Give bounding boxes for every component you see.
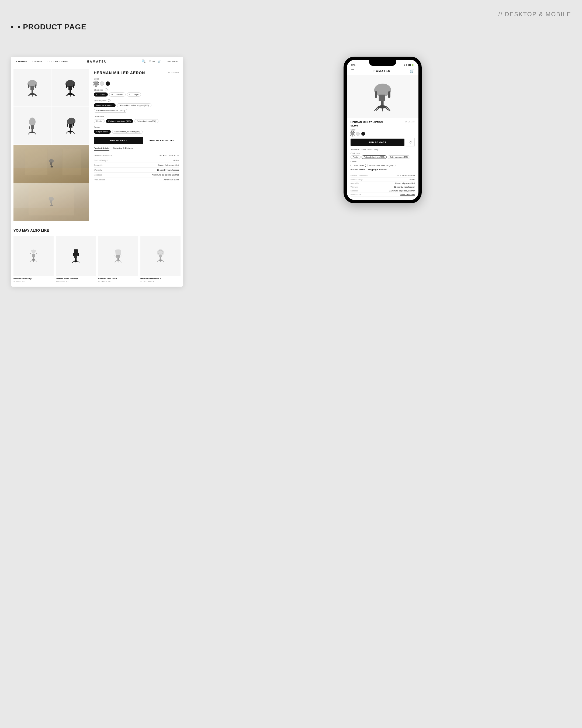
svg-line-79	[157, 260, 159, 262]
ymal-section: YOU MAY ALSO LIKE	[11, 224, 183, 287]
back-support-posturefit[interactable]: Adjustable PostureFit SL ($100)	[94, 109, 127, 113]
svg-rect-57	[73, 253, 74, 256]
phone-color-gray[interactable]	[351, 132, 354, 136]
base-plastic[interactable]: Plastic	[94, 119, 105, 123]
svg-rect-83	[379, 95, 385, 101]
phone-color-label: Color	[351, 129, 415, 131]
product-area: HERMAN MILLER AERON ID: CH1964 Color Cha…	[11, 66, 183, 224]
add-to-favorites-button[interactable]: ADD TO FAVORITES	[145, 137, 179, 144]
phone-base-polished[interactable]: Polished aluminum ($60)	[362, 155, 387, 159]
cart-count[interactable]: 🛒 · 0	[158, 60, 164, 63]
svg-rect-31	[69, 124, 73, 128]
svg-rect-44	[50, 200, 52, 203]
ymal-price-fern: $1,195 - $1,245	[98, 280, 138, 282]
base-satin[interactable]: Satin aluminum ($70)	[135, 119, 159, 123]
gallery-item-2[interactable]	[52, 69, 89, 106]
svg-line-70	[120, 261, 122, 262]
svg-rect-74	[159, 255, 162, 257]
spec-weight: Product Weight 41 lbs	[94, 158, 179, 163]
phone-product-img	[347, 75, 418, 118]
phone-base-plastic[interactable]: Plastic	[351, 155, 361, 159]
nav-collections[interactable]: COLLECTIONS	[48, 60, 68, 63]
profile-link[interactable]: PROFILE	[167, 60, 178, 63]
gallery-item-3[interactable]	[13, 107, 51, 145]
back-support-basic[interactable]: Basic back support	[94, 103, 116, 107]
svg-point-22	[29, 118, 35, 126]
phone-hamburger-icon[interactable]: ☰	[351, 69, 355, 73]
back-support-options: Basic back support Adjustable Lumbar sup…	[94, 103, 179, 113]
annotation-bar: • • PRODUCT PAGE // DESKTOP & MOBILE	[0, 0, 582, 54]
phone-cart-icon[interactable]: 🛒	[410, 69, 414, 73]
color-option-black[interactable]	[106, 81, 110, 86]
phone-tab-shipping[interactable]: Shipping & Returns	[368, 168, 387, 172]
tab-shipping-returns[interactable]: Shipping & Returns	[113, 147, 133, 151]
size-medium[interactable]: B — medium	[109, 93, 126, 97]
svg-rect-24	[29, 126, 30, 129]
phone-product-title: HERMAN MILLER AERON	[351, 121, 383, 124]
svg-rect-34	[70, 128, 71, 131]
ymal-item-mirra[interactable]: Herman Miller Mirra 2 $1,045 - $1,075	[140, 236, 181, 282]
phone-color-options	[351, 132, 415, 136]
gallery-item-room-2[interactable]	[13, 183, 89, 221]
desktop-mockup: CHAIRS DESKS COLLECTIONS HAMATSU 🔍 ♡ · 0…	[11, 57, 183, 287]
gallery-item-4[interactable]	[52, 107, 89, 145]
favorites-count[interactable]: ♡ · 0	[149, 60, 155, 63]
phone-cta-row: ADD TO CART ♡	[351, 138, 415, 147]
add-to-cart-button[interactable]: ADD TO CART	[94, 137, 143, 144]
caster-carpet[interactable]: Carpet caster	[94, 130, 111, 134]
phone-frame: 9:41 ▲▲ ⬛ 🔋 ☰ HAMATSU 🛒	[343, 57, 422, 203]
phone-tab-details[interactable]: Product details	[351, 168, 365, 172]
ymal-item-fern[interactable]: Haworth Fern Mesh $1,195 - $1,245	[98, 236, 138, 282]
nav-chairs[interactable]: CHAIRS	[16, 60, 27, 63]
phone-chair-image	[366, 80, 399, 113]
svg-line-80	[163, 260, 164, 262]
phone-color-black[interactable]	[361, 132, 365, 136]
back-support-info-icon[interactable]: i	[108, 99, 110, 102]
ymal-price-embody: $1,830 - $2,305	[56, 280, 96, 282]
gallery-item-room-1[interactable]	[13, 145, 89, 183]
main-wrapper: CHAIRS DESKS COLLECTIONS HAMATSU 🔍 ♡ · 0…	[11, 57, 571, 287]
base-polished[interactable]: Polished aluminum ($60)	[106, 119, 133, 123]
phone-chair-base-label: Chair base	[351, 152, 415, 155]
phone-status-icons: ▲▲ ⬛ 🔋	[404, 63, 414, 66]
svg-rect-56	[74, 256, 77, 258]
phone-caster-multi[interactable]: Multi-surface, quite roll ($55)	[367, 164, 395, 167]
back-support-lumbar[interactable]: Adjustable Lumbar support ($80)	[117, 103, 151, 107]
phone-favorites-button[interactable]: ♡	[406, 138, 415, 147]
color-option-gray[interactable]	[94, 81, 98, 86]
svg-rect-25	[31, 129, 33, 132]
nav-logo[interactable]: HAMATSU	[87, 60, 107, 63]
bullet-icon: •	[11, 23, 14, 31]
chair-base-label: Chair base	[94, 115, 179, 118]
ymal-item-sayl[interactable]: Herman Miller Sayl $750 - $1,400	[13, 236, 54, 282]
phone-add-to-cart-button[interactable]: ADD TO CART	[351, 138, 405, 146]
nav-desks[interactable]: DESKS	[33, 60, 42, 63]
gallery-grid	[13, 69, 89, 221]
caster-multi[interactable]: Multi-surface, quite roll ($55)	[112, 130, 142, 134]
size-large[interactable]: C — large	[127, 93, 141, 97]
ymal-item-embody[interactable]: Herman Miller Embody $1,830 - $2,305	[56, 236, 96, 282]
svg-line-49	[35, 253, 37, 254]
svg-rect-13	[66, 84, 67, 88]
phone-caster-options: Carpet caster Multi-surface, quite roll …	[351, 164, 415, 167]
cta-row: ADD TO CART ADD TO FAVORITES	[94, 137, 179, 144]
mirra-chair-image	[153, 248, 168, 263]
size-small[interactable]: A — small	[94, 93, 108, 97]
search-icon[interactable]: 🔍	[141, 59, 146, 63]
chair-base-options: Plastic Polished aluminum ($60) Satin al…	[94, 119, 179, 123]
size-info-icon[interactable]: i	[105, 88, 108, 91]
phone-spec-materials: Materials Aluminum, 8Z pellicle, Leather	[351, 189, 415, 193]
gallery-item-1[interactable]	[13, 69, 51, 106]
phone-nav-logo[interactable]: HAMATSU	[373, 70, 390, 73]
svg-line-36	[66, 132, 68, 133]
phone-base-satin[interactable]: Satin aluminum ($70)	[388, 155, 410, 159]
nav-right: 🔍 ♡ · 0 🛒 · 0 PROFILE	[141, 59, 178, 63]
tab-product-details[interactable]: Product details	[94, 147, 109, 151]
color-option-white[interactable]	[100, 81, 104, 86]
phone-caster-carpet[interactable]: Carpet caster	[351, 164, 366, 167]
svg-rect-55	[74, 250, 78, 256]
svg-line-76	[163, 255, 164, 255]
phone-time: 9:41	[351, 63, 355, 66]
phone-color-white[interactable]	[356, 132, 360, 136]
spec-care: Product care Aeron care guide	[94, 177, 179, 182]
